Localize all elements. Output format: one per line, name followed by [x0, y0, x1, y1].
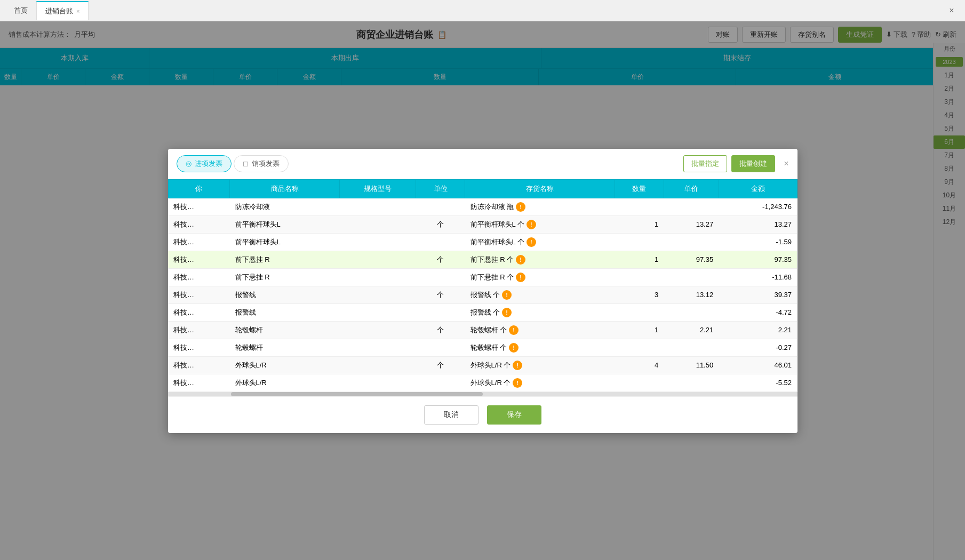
inventory-cell: 外球头L/R 个!: [465, 356, 615, 374]
amount-cell: -0.27: [719, 339, 797, 356]
amount-cell: 2.21: [719, 321, 797, 339]
table-row: 科技… 外球头L/R 外球头L/R 个! -5.52: [168, 374, 797, 391]
qty-cell: [615, 303, 664, 321]
unit-cell: [416, 233, 465, 251]
company-cell: 科技…: [168, 339, 230, 356]
spec-cell: [340, 321, 416, 339]
table-row: 科技… 防冻冷却液 防冻冷却液 瓶! -1,243.76: [168, 198, 797, 215]
batch-assign-button[interactable]: 批量指定: [683, 155, 727, 172]
product-name-cell: 轮毂螺杆: [230, 339, 340, 356]
spec-cell: [340, 374, 416, 391]
amount-cell: 39.37: [719, 286, 797, 303]
unit-price-cell: 13.27: [664, 215, 719, 233]
warning-icon: !: [509, 343, 519, 353]
unit-cell: 个: [416, 251, 465, 268]
unit-price-cell: [664, 374, 719, 391]
tab-sales-invoice[interactable]: ◻ 销项发票: [234, 155, 289, 172]
unit-cell: [416, 339, 465, 356]
inventory-cell: 报警线 个!: [465, 286, 615, 303]
window-close-button[interactable]: ×: [944, 3, 960, 19]
amount-cell: -4.72: [719, 303, 797, 321]
col-spec: 规格型号: [340, 179, 416, 198]
save-button[interactable]: 保存: [487, 405, 541, 425]
modal-table: 你 商品名称 规格型号 单位 存货名称 数量 单价 金额 科技… 防冻冷却液: [168, 179, 797, 396]
qty-cell: [615, 374, 664, 391]
product-name-cell: 外球头L/R: [230, 356, 340, 374]
sales-icon: ◻: [243, 159, 249, 167]
tab-bar: 首页 进销台账 × ×: [0, 0, 965, 21]
qty-cell: [615, 233, 664, 251]
inventory-cell: 防冻冷却液 瓶!: [465, 198, 615, 215]
warning-icon: !: [513, 378, 522, 388]
qty-cell: 1: [615, 215, 664, 233]
warning-icon: !: [502, 308, 512, 317]
table-row: 科技… 前下悬挂 R 前下悬挂 R 个! -11.68: [168, 268, 797, 286]
modal-tabs: ◎ 进项发票 ◻ 销项发票: [177, 155, 289, 172]
tab-close-icon[interactable]: ×: [76, 8, 79, 14]
table-row: 科技… 前平衡杆球头L 前平衡杆球头L 个! -1.59: [168, 233, 797, 251]
modal-footer: 取消 保存: [168, 396, 797, 433]
product-name-cell: 轮毂螺杆: [230, 321, 340, 339]
col-amount: 金额: [719, 179, 797, 198]
company-cell: 科技…: [168, 233, 230, 251]
horizontal-scrollbar[interactable]: [168, 392, 797, 396]
product-name-cell: 报警线: [230, 286, 340, 303]
batch-create-button[interactable]: 批量创建: [731, 155, 775, 172]
warning-icon: !: [527, 220, 536, 229]
product-name-cell: 防冻冷却液: [230, 198, 340, 215]
unit-price-cell: [664, 268, 719, 286]
modal-header: ◎ 进项发票 ◻ 销项发票 批量指定 批量创建 ×: [168, 149, 797, 179]
spec-cell: [340, 268, 416, 286]
inventory-cell: 轮毂螺杆 个!: [465, 321, 615, 339]
qty-cell: 3: [615, 286, 664, 303]
warning-icon: !: [516, 255, 525, 265]
spec-cell: [340, 356, 416, 374]
unit-price-cell: [664, 339, 719, 356]
product-name-cell: 前下悬挂 R: [230, 268, 340, 286]
warning-icon: !: [516, 273, 525, 282]
warning-icon: !: [516, 202, 525, 212]
table-row: 科技… 轮毂螺杆 个 轮毂螺杆 个! 1 2.21 2.21: [168, 321, 797, 339]
inventory-cell: 轮毂螺杆 个!: [465, 339, 615, 356]
unit-price-cell: [664, 198, 719, 215]
col-inventory-name: 存货名称: [465, 179, 615, 198]
tab-home[interactable]: 首页: [5, 2, 36, 20]
table-row: 科技… 报警线 个 报警线 个! 3 13.12 39.37: [168, 286, 797, 303]
company-cell: 科技…: [168, 303, 230, 321]
amount-cell: 97.35: [719, 251, 797, 268]
modal-close-icon[interactable]: ×: [784, 159, 788, 169]
unit-cell: 个: [416, 321, 465, 339]
qty-cell: 4: [615, 356, 664, 374]
spec-cell: [340, 215, 416, 233]
purchase-icon: ◎: [186, 159, 192, 167]
inventory-cell: 前平衡杆球头L 个!: [465, 215, 615, 233]
warning-icon: !: [509, 325, 519, 335]
col-company: 你: [168, 179, 230, 198]
amount-cell: -1,243.76: [719, 198, 797, 215]
qty-cell: [615, 268, 664, 286]
modal-overlay: ◎ 进项发票 ◻ 销项发票 批量指定 批量创建 ×: [0, 21, 965, 560]
product-name-cell: 前下悬挂 R: [230, 251, 340, 268]
unit-price-cell: [664, 303, 719, 321]
company-cell: 科技…: [168, 321, 230, 339]
inventory-cell: 前下悬挂 R 个!: [465, 268, 615, 286]
cancel-button[interactable]: 取消: [424, 405, 478, 425]
unit-price-cell: 11.50: [664, 356, 719, 374]
tab-purchase-invoice[interactable]: ◎ 进项发票: [177, 155, 232, 172]
company-cell: 科技…: [168, 198, 230, 215]
col-unit: 单位: [416, 179, 465, 198]
unit-cell: [416, 374, 465, 391]
amount-cell: -11.68: [719, 268, 797, 286]
table-row: 科技… 外球头L/R 个 外球头L/R 个! 4 11.50 46.01: [168, 356, 797, 374]
unit-price-cell: 97.35: [664, 251, 719, 268]
unit-price-cell: [664, 233, 719, 251]
unit-cell: [416, 198, 465, 215]
inventory-cell: 报警线 个!: [465, 303, 615, 321]
amount-cell: 46.01: [719, 356, 797, 374]
unit-cell: 个: [416, 215, 465, 233]
unit-cell: [416, 268, 465, 286]
table-row: 科技… 前下悬挂 R 个 前下悬挂 R 个! 1 97.35 97.35: [168, 251, 797, 268]
tab-active[interactable]: 进销台账 ×: [36, 1, 89, 20]
amount-cell: -5.52: [719, 374, 797, 391]
col-product-name: 商品名称: [230, 179, 340, 198]
